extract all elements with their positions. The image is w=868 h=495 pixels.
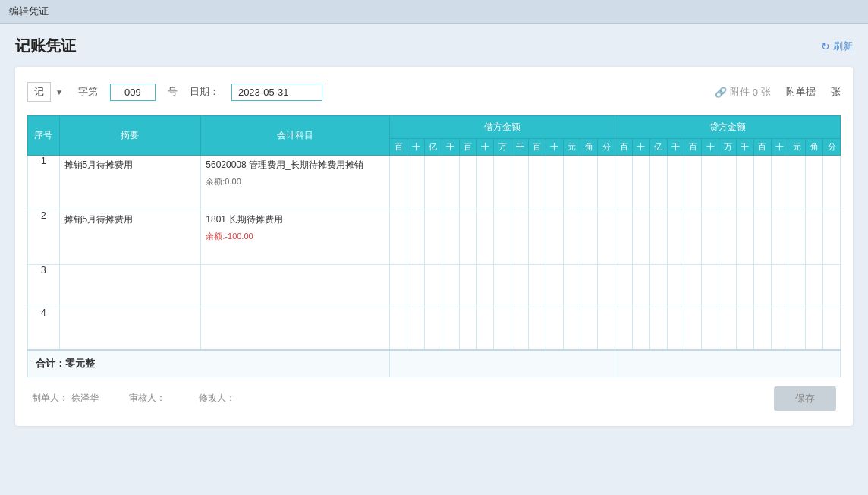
row-4-credit-6[interactable]	[702, 307, 719, 350]
row-3-debit-12[interactable]	[580, 265, 598, 307]
row-4-debit-12[interactable]	[580, 307, 598, 350]
row-4-credit-8[interactable]	[736, 307, 753, 350]
voucher-number-input[interactable]	[110, 84, 156, 101]
refresh-button[interactable]: ↻ 刷新	[821, 39, 853, 53]
row-3-account[interactable]	[201, 265, 390, 307]
row-1-credit-12[interactable]	[806, 156, 823, 210]
row-3-credit-12[interactable]	[806, 265, 823, 307]
row-1-debit-7[interactable]	[494, 156, 511, 210]
row-2-summary[interactable]: 摊销5月待摊费用	[59, 210, 201, 265]
row-2-debit-8[interactable]	[511, 210, 529, 265]
row-2-debit-13[interactable]	[598, 210, 615, 265]
row-2-debit-5[interactable]	[459, 210, 476, 265]
row-3-credit-7[interactable]	[719, 265, 737, 307]
row-2-debit-1[interactable]	[390, 210, 407, 265]
row-3-debit-2[interactable]	[407, 265, 425, 307]
row-2-debit-6[interactable]	[476, 210, 494, 265]
row-1-debit-4[interactable]	[442, 156, 459, 210]
row-3-credit-2[interactable]	[632, 265, 649, 307]
row-4-account[interactable]	[201, 307, 390, 350]
row-4-debit-4[interactable]	[442, 307, 459, 350]
row-2-debit-7[interactable]	[494, 210, 511, 265]
row-3-debit-9[interactable]	[528, 265, 546, 307]
row-1-debit-6[interactable]	[476, 156, 494, 210]
row-1-credit-7[interactable]	[719, 156, 737, 210]
row-1-debit-13[interactable]	[598, 156, 615, 210]
row-2-debit-2[interactable]	[407, 210, 425, 265]
row-3-debit-7[interactable]	[494, 265, 511, 307]
row-4-debit-6[interactable]	[476, 307, 494, 350]
date-input[interactable]	[231, 84, 322, 101]
row-1-debit-2[interactable]	[407, 156, 425, 210]
row-2-credit-8[interactable]	[736, 210, 753, 265]
row-2-credit-11[interactable]	[788, 210, 806, 265]
row-1-credit-9[interactable]	[753, 156, 771, 210]
row-4-debit-13[interactable]	[598, 307, 615, 350]
row-2-debit-11[interactable]	[563, 210, 580, 265]
row-4-credit-12[interactable]	[806, 307, 823, 350]
row-2-credit-1[interactable]	[615, 210, 633, 265]
row-3-credit-3[interactable]	[649, 265, 667, 307]
row-4-credit-3[interactable]	[649, 307, 667, 350]
row-4-debit-5[interactable]	[459, 307, 476, 350]
row-4-credit-11[interactable]	[788, 307, 806, 350]
row-3-debit-4[interactable]	[442, 265, 459, 307]
save-button[interactable]: 保存	[774, 386, 836, 411]
row-1-account[interactable]: 56020008 管理费用_长期待摊费用摊销 余额:0.00	[201, 156, 390, 210]
row-4-debit-11[interactable]	[563, 307, 580, 350]
row-1-credit-10[interactable]	[771, 156, 788, 210]
row-1-credit-6[interactable]	[702, 156, 719, 210]
row-2-credit-2[interactable]	[632, 210, 649, 265]
row-2-debit-4[interactable]	[442, 210, 459, 265]
row-1-credit-8[interactable]	[736, 156, 753, 210]
row-3-credit-9[interactable]	[753, 265, 771, 307]
row-3-credit-8[interactable]	[736, 265, 753, 307]
row-2-debit-12[interactable]	[580, 210, 598, 265]
row-1-debit-5[interactable]	[459, 156, 476, 210]
row-4-credit-2[interactable]	[632, 307, 649, 350]
row-2-credit-13[interactable]	[823, 210, 841, 265]
row-3-summary[interactable]	[59, 265, 201, 307]
row-4-debit-8[interactable]	[511, 307, 529, 350]
row-1-credit-4[interactable]	[667, 156, 684, 210]
row-4-debit-2[interactable]	[407, 307, 425, 350]
row-1-summary[interactable]: 摊销5月待摊费用	[59, 156, 201, 210]
row-1-debit-8[interactable]	[511, 156, 529, 210]
row-4-debit-9[interactable]	[528, 307, 546, 350]
row-1-debit-1[interactable]	[390, 156, 407, 210]
row-4-credit-5[interactable]	[684, 307, 702, 350]
row-2-debit-3[interactable]	[425, 210, 442, 265]
row-2-account[interactable]: 1801 长期待摊费用 余额:-100.00	[201, 210, 390, 265]
row-2-credit-4[interactable]	[667, 210, 684, 265]
row-3-debit-8[interactable]	[511, 265, 529, 307]
row-3-credit-4[interactable]	[667, 265, 684, 307]
row-1-debit-12[interactable]	[580, 156, 598, 210]
row-1-debit-11[interactable]	[563, 156, 580, 210]
row-2-credit-7[interactable]	[719, 210, 737, 265]
row-2-credit-6[interactable]	[702, 210, 719, 265]
row-2-debit-9[interactable]	[528, 210, 546, 265]
row-3-credit-5[interactable]	[684, 265, 702, 307]
row-1-debit-10[interactable]	[546, 156, 563, 210]
row-1-credit-11[interactable]	[788, 156, 806, 210]
row-2-credit-12[interactable]	[806, 210, 823, 265]
row-3-debit-5[interactable]	[459, 265, 476, 307]
row-2-credit-9[interactable]	[753, 210, 771, 265]
row-1-debit-9[interactable]	[528, 156, 546, 210]
row-3-debit-6[interactable]	[476, 265, 494, 307]
row-3-debit-10[interactable]	[546, 265, 563, 307]
attachment-link[interactable]: 🔗 附件 0 张	[715, 85, 771, 99]
row-3-debit-13[interactable]	[598, 265, 615, 307]
row-4-credit-10[interactable]	[771, 307, 788, 350]
row-3-credit-10[interactable]	[771, 265, 788, 307]
row-1-credit-2[interactable]	[632, 156, 649, 210]
row-2-credit-5[interactable]	[684, 210, 702, 265]
row-4-summary[interactable]	[59, 307, 201, 350]
row-3-debit-3[interactable]	[425, 265, 442, 307]
row-2-debit-10[interactable]	[546, 210, 563, 265]
row-3-debit-1[interactable]	[390, 265, 407, 307]
row-3-debit-11[interactable]	[563, 265, 580, 307]
row-4-credit-7[interactable]	[719, 307, 737, 350]
row-4-credit-1[interactable]	[615, 307, 633, 350]
row-1-debit-3[interactable]	[425, 156, 442, 210]
